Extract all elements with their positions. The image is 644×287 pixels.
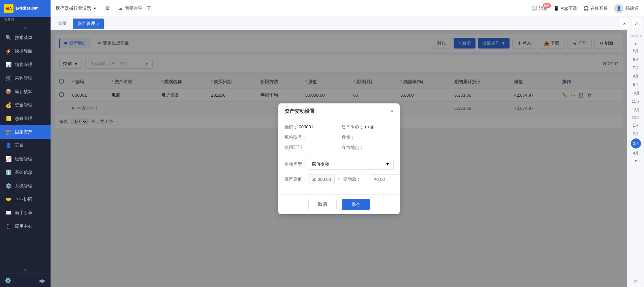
right-panel-toggle[interactable]: ⊕ [634,279,638,284]
sidebar-item-quick-nav[interactable]: ⚡ 快捷导航 [0,44,51,58]
dialog-dept-field: 使用部门： [284,145,336,151]
cal-month-6[interactable]: 6月 [630,56,642,63]
original-value-display: 50,000.00 [308,174,335,184]
cancel-button[interactable]: 取消 [308,199,337,210]
sidebar-scroll-down[interactable]: ▼ [24,268,27,272]
sidebar-item-basic-info[interactable]: ℹ️ 基础信息 [0,166,51,179]
sidebar-item-label: 总账管理 [15,116,32,122]
modal-overlay: 资产变动设置 × 编码： 000001 资产名称： 电脑 [51,30,627,287]
cal-month-4[interactable]: 4月 [630,149,642,157]
dialog-header: 资产变动设置 × [278,103,400,119]
tab-maximize[interactable]: ⤢ [632,19,641,28]
user-button[interactable]: 👤 畅捷通 [614,4,639,13]
cal-year-header: 2023.03 [630,33,642,39]
sidebar-scroll-up[interactable]: ▲ [24,26,27,30]
settings-button[interactable]: ⚙ [105,5,110,11]
dialog-row-3: 使用部门： 存放地点： [284,145,394,151]
sidebar-item-label: 应用中心 [15,223,32,229]
dialog-footer: 取消 保存 [278,194,400,214]
sidebar-item-label: 经营管理 [15,156,32,162]
service-icon: 🎧 [583,6,589,11]
message-badge: 99+ [543,3,551,8]
experience-button[interactable]: ☁ 我要体验一下 [118,5,151,11]
topbar-divider [101,5,101,12]
sidebar-item-management[interactable]: 📈 经营管理 [0,152,51,166]
cal-scroll-down[interactable]: ▼ [630,158,642,164]
dialog-title: 资产变动设置 [284,108,315,115]
cal-month-2[interactable]: 2月 [630,130,642,138]
cal-scroll-up[interactable]: ▲ [630,40,642,46]
sidebar-item-label: 快捷导航 [15,48,32,54]
cloud-icon: ☁ [118,6,123,11]
sidebar-item-purchase[interactable]: 🛒 采购管理 [0,71,51,85]
search-icon: 🔍 [5,35,11,41]
after-change-input[interactable] [370,174,399,184]
enterprise-icon: 🤝 [5,196,11,202]
sidebar-item-label: 销售管理 [15,62,32,68]
tab-asset-mgmt[interactable]: 资产管理 × [73,19,104,29]
sidebar-item-sales[interactable]: 📊 销售管理 [0,58,51,71]
sidebar-item-guide[interactable]: 📖 新手引导 [0,206,51,220]
sidebar-nav: 🔍 搜索菜单 ⚡ 快捷导航 📊 销售管理 🛒 采购管理 📦 库存核算 💰 资金管… [0,31,51,267]
dialog-close-button[interactable]: × [390,108,393,114]
sidebar-edition: 普及版 [0,17,51,24]
finance-icon: 💰 [5,102,11,108]
tab-close-window[interactable]: × [620,19,629,28]
fixed-assets-icon: 🏗️ [5,129,11,135]
sidebar-item-payroll[interactable]: 👤 工资 [0,139,51,152]
sidebar-item-label: 资金管理 [15,102,32,108]
dialog-row-1: 编码： 000001 资产名称： 电脑 [284,124,394,130]
dialog-row-2: 规格型号： 数量： [284,134,394,140]
quick-nav-icon: ⚡ [5,48,11,54]
topbar-divider2 [114,5,114,12]
cal-month-8[interactable]: 8月 [630,72,642,80]
tabbar-actions: × ⤢ [620,19,641,28]
home-tab-label: 首页 [58,21,67,27]
sidebar-item-label: 系统管理 [15,183,32,189]
company-selector[interactable]: 医疗器械行业演示 ▼ [56,5,97,11]
tab-home[interactable]: 首页 [53,19,71,29]
download-icon: 📱 [554,6,559,11]
save-button[interactable]: 保存 [342,199,370,210]
sidebar-item-enterprise[interactable]: 🤝 企业协同 [0,193,51,206]
cal-month-7[interactable]: 7月 [630,64,642,72]
sidebar-item-label: 企业协同 [15,196,32,202]
message-button[interactable]: 💬 消息 99+ [532,5,548,11]
chevron-down-icon: ▼ [386,162,390,167]
change-type-select[interactable]: 原值变动 ▼ [308,159,394,170]
basic-info-icon: ℹ️ [5,169,11,176]
sidebar-item-finance[interactable]: 💰 资金管理 [0,98,51,112]
cal-month-12[interactable]: 12月 [630,106,642,114]
logo-icon: AtA [4,4,13,13]
message-icon: 💬 [532,6,537,11]
sidebar-item-inventory[interactable]: 📦 库存核算 [0,85,51,98]
dialog-quantity-field: 数量： [342,134,394,140]
app-download-button[interactable]: 📱 App下载 [554,5,577,11]
tab-close-icon[interactable]: × [97,22,99,26]
tabbar: 首页 资产管理 × × ⤢ [51,17,644,30]
cal-month-9[interactable]: 9月 [630,81,642,89]
dialog-separator [284,155,394,155]
page-content: 资产明细 变更生成凭证 对账 + 新增 批量操作 ▼ ⬇ 导入 [51,30,627,287]
cal-month-3-active[interactable]: 3月 [631,138,641,149]
sidebar-item-ledger[interactable]: 📒 总账管理 [0,112,51,125]
sidebar-item-fixed-assets[interactable]: 🏗️ 固定资产 [0,125,51,139]
online-service-button[interactable]: 🎧 在线客服 [583,5,608,11]
sidebar-item-app-center[interactable]: 📱 应用中心 [0,220,51,233]
content-area: 资产明细 变更生成凭证 对账 + 新增 批量操作 ▼ ⬇ 导入 [51,30,644,287]
cal-month-10[interactable]: 10月 [630,89,642,97]
dialog-location-field: 存放地点： [342,145,394,151]
chevron-down-icon: ▼ [93,6,97,10]
cal-month-1[interactable]: 1月 [630,122,642,129]
sidebar-logo: AtA 畅捷通好业财 [0,0,51,17]
collapse-icon[interactable]: ◀▶ [38,278,46,283]
sidebar-item-search[interactable]: 🔍 搜索菜单 [0,31,51,44]
dialog-spec-field: 规格型号： [284,134,336,140]
sidebar-item-label: 工资 [15,142,24,149]
dialog-body: 编码： 000001 资产名称： 电脑 规格型号： [278,119,400,194]
settings-icon[interactable]: ⚙️ [5,277,11,284]
sidebar-item-system[interactable]: ⚙️ 系统管理 [0,179,51,193]
asset-mgmt-label: 资产管理 [78,21,95,27]
cal-month-11[interactable]: 11月 [630,98,642,105]
cal-month-5[interactable]: 5月 [630,47,642,55]
